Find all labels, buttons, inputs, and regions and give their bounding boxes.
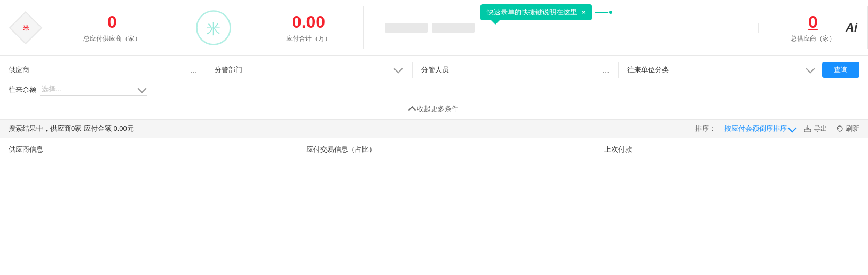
- filter-divider-3: [618, 62, 619, 78]
- collapse-button[interactable]: 收起更多条件: [409, 104, 459, 114]
- results-bar: 搜索结果中，供应商0家 应付金额 0.00元 排序： 按应付会额倒序排序 导出 …: [0, 120, 868, 138]
- balance-select[interactable]: 选择...: [40, 83, 147, 96]
- total-payable-vendors-label: 总应付供应商（家）: [83, 34, 141, 43]
- refresh-icon: [836, 125, 843, 132]
- filter-row-1: 供应商 ... 分管部门 分管人员 ... 往来单位分类: [9, 62, 859, 78]
- filter-balance: 往来余额 选择...: [9, 83, 147, 96]
- table-col-payable-info: 应付交易信息（占比）: [306, 145, 604, 154]
- sort-value-text: 按应付会额倒序排序: [724, 124, 787, 133]
- sort-label: 排序：: [695, 124, 716, 133]
- table-col-last-payment: 上次付款: [604, 145, 859, 154]
- placeholder-bar-1: [385, 23, 428, 33]
- query-button[interactable]: 查询: [822, 62, 859, 78]
- results-info: 搜索结果中，供应商0家 应付金额 0.00元: [9, 124, 134, 133]
- summary-payable-total: 0.00 应付合计（万）: [254, 6, 364, 49]
- person-label: 分管人员: [421, 65, 449, 75]
- table-body: [0, 161, 868, 275]
- total-vendors-label: 总供应商（家）: [791, 34, 835, 43]
- filter-department: 分管部门: [215, 65, 403, 75]
- payable-icon: 米: [195, 9, 232, 46]
- table-col-supplier-info: 供应商信息: [9, 145, 306, 154]
- unit-class-label: 往来单位分类: [627, 65, 669, 75]
- supplier-dots-button[interactable]: ...: [190, 65, 197, 75]
- unit-class-select[interactable]: [672, 65, 816, 75]
- filter-divider-2: [412, 62, 413, 78]
- refresh-button[interactable]: 刷新: [836, 124, 859, 133]
- app-logo: 米: [11, 13, 40, 42]
- svg-text:米: 米: [207, 20, 220, 36]
- balance-chevron-icon: [138, 84, 147, 93]
- payable-total-value: 0.00: [292, 12, 325, 32]
- sort-chevron-icon: [788, 123, 797, 132]
- total-payable-vendors-value: 0: [107, 12, 117, 32]
- department-select[interactable]: [246, 65, 403, 75]
- sort-value-button[interactable]: 按应付会额倒序排序: [724, 124, 795, 133]
- collapse-label: 收起更多条件: [417, 104, 459, 114]
- results-actions: 排序： 按应付会额倒序排序 导出 刷新: [695, 124, 859, 133]
- balance-placeholder: 选择...: [42, 84, 139, 94]
- export-label: 导出: [814, 124, 827, 133]
- collapse-chevron-icon: [408, 106, 416, 114]
- tooltip-close-button[interactable]: ×: [581, 9, 586, 16]
- collapse-row: 收起更多条件: [9, 101, 859, 119]
- department-label: 分管部门: [215, 65, 242, 75]
- table-header: 供应商信息 应付交易信息（占比） 上次付款: [0, 138, 868, 161]
- summary-total-payable-vendors: 0 总应付供应商（家）: [51, 6, 173, 49]
- department-chevron-icon: [393, 65, 403, 74]
- total-vendors-value: 0: [808, 12, 818, 32]
- refresh-label: 刷新: [846, 124, 859, 133]
- placeholder-bar-2: [432, 23, 475, 33]
- export-icon: [804, 125, 811, 132]
- person-dots-button[interactable]: ...: [602, 65, 609, 75]
- supplier-label: 供应商: [9, 65, 29, 75]
- tooltip-text: 快速录单的快捷键说明在这里: [487, 7, 577, 17]
- filter-unit-class: 往来单位分类: [627, 65, 816, 75]
- balance-label: 往来余额: [9, 85, 36, 95]
- ai-badge: Ai: [846, 21, 857, 35]
- filter-divider-1: [206, 62, 206, 78]
- payable-total-label: 应付合计（万）: [286, 34, 331, 43]
- tooltip-dot: [608, 10, 613, 15]
- unit-class-chevron-icon: [806, 65, 815, 74]
- filter-area: 供应商 ... 分管部门 分管人员 ... 往来单位分类: [0, 56, 868, 120]
- person-input[interactable]: [452, 65, 599, 75]
- filter-supplier: 供应商 ...: [9, 65, 197, 75]
- summary-bar: 米 0 总应付供应商（家） 米 0.00 应付合计（万） 0 总供应商（家） 快…: [0, 0, 868, 56]
- filter-person: 分管人员 ...: [421, 65, 610, 75]
- filter-row-2: 往来余额 选择...: [9, 83, 859, 96]
- tooltip-bubble: 快速录单的快捷键说明在这里 ×: [480, 4, 592, 20]
- supplier-input[interactable]: [33, 65, 187, 75]
- export-button[interactable]: 导出: [804, 124, 827, 133]
